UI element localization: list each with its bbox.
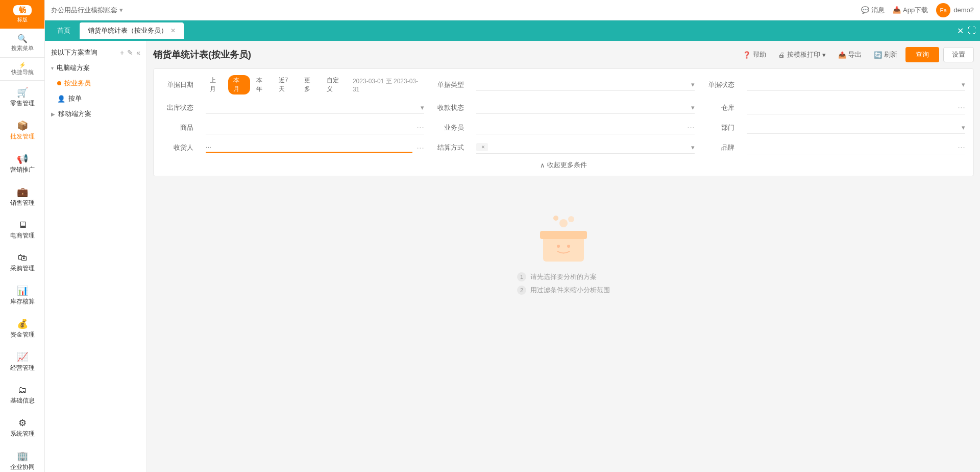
system-label: 系统管理 — [10, 430, 35, 438]
date-tab-last-month[interactable]: 上月 — [206, 75, 226, 95]
collapse-panel-button[interactable]: « — [136, 49, 140, 57]
query-button[interactable]: 查询 — [905, 47, 939, 62]
edit-scheme-button[interactable]: ✎ — [127, 49, 133, 57]
tab-close-icon[interactable]: ✕ — [170, 27, 176, 34]
collapse-label: 收起更多条件 — [547, 160, 587, 170]
tab-close-window-icon[interactable]: ✕ — [957, 26, 964, 36]
tab-home[interactable]: 首页 — [49, 22, 79, 39]
tree-arrow-icon: ▾ — [51, 65, 54, 71]
app-download-action[interactable]: 📥 App下载 — [893, 6, 928, 15]
finance-icon: 💰 — [17, 318, 28, 329]
goods-select[interactable]: ··· — [206, 121, 424, 134]
date-tab-more[interactable]: 更多 — [300, 75, 321, 95]
topbar: 办公用品行业模拟账套 ▾ 💬 消息 📥 App下载 Ea demo2 — [45, 0, 980, 20]
app-download-label: App下载 — [903, 6, 928, 15]
out-status-select[interactable]: ▾ — [206, 102, 424, 114]
sidebar-quick-nav[interactable]: ⚡ 快捷导航 — [0, 58, 44, 81]
recipient-dots-icon[interactable]: ··· — [416, 143, 424, 152]
sidebar-item-marketing[interactable]: 📢 营销推广 — [0, 147, 44, 180]
date-tab-current-year[interactable]: 本年 — [252, 75, 273, 95]
tree-item-by-order[interactable]: 👤 按单 — [45, 91, 146, 106]
tree-folder-desktop[interactable]: ▾ 电脑端方案 — [45, 60, 146, 76]
search-icon: 🔍 — [17, 34, 28, 43]
quick-nav-label: 快捷导航 — [11, 68, 34, 76]
settings-button[interactable]: 设置 — [943, 47, 974, 62]
goods-label: 商品 — [162, 123, 198, 132]
payment-method-dropdown-icon: ▾ — [691, 144, 695, 151]
finance-label: 资金管理 — [10, 331, 35, 339]
tab-sales-stat-label: 销货单统计表（按业务员） — [88, 26, 167, 35]
payment-method-tag: × — [476, 143, 488, 151]
refresh-button[interactable]: 🔄 刷新 — [870, 48, 901, 61]
salesperson-select[interactable]: ··· — [476, 121, 695, 134]
print-button[interactable]: 🖨 按模板打印 ▾ — [774, 48, 830, 61]
brand-control: ··· — [747, 140, 965, 154]
logo-subtitle: 标版 — [17, 16, 28, 23]
sidebar: 畅 标版 🔍 搜索菜单 ⚡ 快捷导航 🛒 零售管理 📦 批发管理 📢 营销推广 … — [0, 0, 45, 472]
brand-select[interactable]: ··· — [747, 140, 965, 154]
help-button[interactable]: ❓ 帮助 — [739, 48, 770, 61]
purchase-label: 采购管理 — [10, 264, 35, 273]
filter-row-2: 出库状态 ▾ 收款状态 ▾ 仓库 — [162, 101, 965, 114]
operations-label: 经营管理 — [10, 364, 35, 372]
refresh-icon: 🔄 — [874, 51, 882, 59]
tab-sales-stat[interactable]: 销货单统计表（按业务员） ✕ — [80, 22, 184, 39]
quick-icon: ⚡ — [19, 62, 26, 68]
message-action[interactable]: 💬 消息 — [861, 6, 885, 15]
user-profile-action[interactable]: Ea demo2 — [936, 3, 974, 17]
sidebar-item-operations[interactable]: 📈 经营管理 — [0, 345, 44, 379]
sidebar-item-corp[interactable]: 🏢 企业协同 — [0, 444, 44, 472]
collapse-button[interactable]: ∧ 收起更多条件 — [540, 160, 587, 170]
recipient-control: ··· — [206, 142, 424, 153]
payment-status-dropdown-icon: ▾ — [691, 104, 695, 111]
add-scheme-button[interactable]: + — [120, 49, 124, 57]
tab-maximize-icon[interactable]: ⛶ — [968, 26, 976, 36]
date-tab-current-month[interactable]: 本月 — [228, 75, 251, 95]
tree-folder-mobile[interactable]: ▶ 移动端方案 — [45, 106, 146, 122]
date-tab-custom[interactable]: 自定义 — [323, 75, 349, 95]
recipient-input[interactable] — [206, 142, 412, 153]
sidebar-search[interactable]: 🔍 搜索菜单 — [0, 29, 44, 58]
corp-icon: 🏢 — [17, 451, 28, 462]
sidebar-item-basic[interactable]: 🗂 基础信息 — [0, 379, 44, 411]
sidebar-item-system[interactable]: ⚙ 系统管理 — [0, 411, 44, 444]
brand-dots-icon[interactable]: ··· — [958, 143, 965, 152]
tree-item-by-salesperson[interactable]: 按业务员 — [45, 76, 146, 91]
sidebar-item-purchase[interactable]: 🛍 采购管理 — [0, 246, 44, 279]
empty-hint-2: 2 用过滤条件来缩小分析范围 — [517, 286, 610, 295]
goods-control: ··· — [206, 121, 424, 134]
payment-method-tag-close-icon[interactable]: × — [481, 144, 485, 151]
logo-icon: 畅 — [13, 5, 32, 15]
payment-status-label: 收款状态 — [432, 103, 468, 112]
brand-label: 品牌 — [703, 143, 739, 152]
goods-dots-icon[interactable]: ··· — [416, 123, 424, 132]
payment-method-select[interactable]: × ▾ — [476, 141, 695, 154]
payment-method-label: 结算方式 — [432, 143, 468, 152]
sidebar-item-finance[interactable]: 💰 资金管理 — [0, 312, 44, 345]
doc-status-label: 单据状态 — [703, 80, 739, 89]
sidebar-item-inventory[interactable]: 📊 库存核算 — [0, 279, 44, 312]
sidebar-item-sales[interactable]: 💼 销售管理 — [0, 180, 44, 214]
payment-status-select[interactable]: ▾ — [476, 102, 695, 114]
warehouse-dots-icon[interactable]: ··· — [958, 103, 965, 112]
payment-method-control: × ▾ — [476, 141, 695, 154]
help-icon: ❓ — [743, 51, 751, 59]
date-tab-last7days[interactable]: 近7天 — [275, 75, 298, 95]
salesperson-dots-icon[interactable]: ··· — [687, 123, 695, 132]
right-panel: 销货单统计表(按业务员) ❓ 帮助 🖨 按模板打印 ▾ 📤 导出 — [147, 41, 980, 472]
doc-type-control: ▾ — [476, 79, 695, 91]
sidebar-item-retail[interactable]: 🛒 零售管理 — [0, 81, 44, 114]
doc-type-select[interactable]: ▾ — [476, 79, 695, 91]
warehouse-select[interactable]: ··· — [747, 101, 965, 114]
filter-row-3: 商品 ··· 业务员 ··· 部门 — [162, 121, 965, 134]
hint-num-1: 1 — [517, 272, 526, 281]
sidebar-item-wholesale[interactable]: 📦 批发管理 — [0, 114, 44, 147]
doc-status-select[interactable]: ▾ — [747, 79, 965, 91]
dept-select[interactable]: ▾ — [747, 122, 965, 134]
export-button[interactable]: 📤 导出 — [834, 48, 866, 61]
dropdown-chevron-icon[interactable]: ▾ — [119, 6, 123, 14]
date-label: 单据日期 — [162, 80, 198, 89]
sidebar-item-ecom[interactable]: 🖥 电商管理 — [0, 214, 44, 246]
sales-label: 销售管理 — [10, 199, 35, 207]
out-status-dropdown-icon: ▾ — [421, 104, 424, 111]
